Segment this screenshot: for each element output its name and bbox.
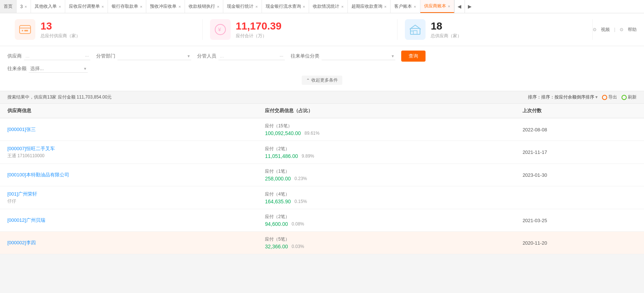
- supplier-link[interactable]: [000001]张三: [7, 127, 36, 132]
- supplier-link[interactable]: [001]广州荣轩: [7, 191, 37, 197]
- nav-tab-bank-deposit[interactable]: 银行存取款单 ×: [108, 0, 146, 13]
- last-payment-cell: [515, 186, 644, 209]
- nav-next-arrow[interactable]: ▶: [465, 0, 475, 13]
- transaction-info-cell: 应付（1笔）258,000.000.23%: [258, 164, 515, 186]
- sort-dropdown-icon[interactable]: ▾: [595, 94, 598, 100]
- nav-tab-overdue-ar[interactable]: 超期应收款查询 ×: [348, 0, 391, 13]
- export-button[interactable]: 导出: [602, 94, 617, 100]
- close-icon[interactable]: ×: [102, 4, 104, 9]
- balance-input[interactable]: [30, 66, 84, 71]
- table-header: 供应商信息 应付交易信息（占比） 上次付数: [0, 104, 644, 118]
- dept-input[interactable]: [119, 53, 188, 59]
- video-link[interactable]: 视频: [601, 27, 610, 33]
- total-suppliers-info: 18 总供应商（家）: [431, 20, 462, 39]
- person-input[interactable]: [220, 53, 280, 59]
- last-payment-cell: 2021-11-17: [515, 141, 644, 164]
- nav-tab-other-income[interactable]: 其他收入单 ×: [31, 0, 65, 13]
- result-bar: 搜索结果中，供应商13家 应付金额 111,703,854.00元 排序：排序：…: [0, 91, 644, 104]
- close-icon[interactable]: ×: [303, 4, 305, 9]
- balance-dropdown[interactable]: ▾: [29, 65, 88, 73]
- supplier-info-cell: [000012]广州贝瑞: [0, 209, 258, 232]
- result-summary-text: 搜索结果中，供应商13家 应付金额 111,703,854.00元: [7, 94, 112, 100]
- transaction-percent: 89.61%: [305, 131, 320, 136]
- store-icon-svg: [408, 23, 422, 37]
- ap-amount-number: 11,170.39: [236, 20, 282, 32]
- supplier-link[interactable]: [000002]李四: [7, 240, 36, 245]
- filter-balance: 往来余额 ▾: [7, 65, 88, 73]
- ap-suppliers-info: 13 总应付供应商（家）: [41, 20, 80, 39]
- right-actions: 排序：排序：按应付余额倒序排序 ▾ 导出 刷新: [528, 94, 637, 100]
- transaction-info-cell: 应付（5笔）32,366.000.03%: [258, 232, 515, 254]
- filter-row-2: 往来余额 ▾: [7, 65, 637, 73]
- close-icon[interactable]: ×: [178, 4, 181, 9]
- nav-tab-supplier-account[interactable]: 供应商账本 ×: [420, 0, 454, 13]
- close-icon[interactable]: ×: [59, 4, 61, 9]
- supplier-label: 供应商: [7, 53, 22, 59]
- close-icon[interactable]: ×: [255, 4, 258, 9]
- help-link[interactable]: 帮助: [628, 27, 637, 33]
- close-icon[interactable]: ×: [414, 4, 416, 9]
- supplier-link[interactable]: [000012]广州贝瑞: [7, 217, 45, 223]
- ap-amount-label: 应付合计（万）: [236, 33, 282, 39]
- nav-tab-3[interactable]: 3 ×: [17, 0, 31, 13]
- svg-rect-8: [411, 30, 413, 32]
- collapse-button[interactable]: ⌃ 收起更多条件: [302, 76, 342, 85]
- total-suppliers-label: 总供应商（家）: [431, 33, 462, 39]
- nav-prev-arrow[interactable]: ◀: [454, 0, 465, 13]
- nav-tab-collection-verify[interactable]: 收款核销执行 ×: [185, 0, 223, 13]
- person-dropdown[interactable]: ···: [218, 52, 285, 60]
- divider: |: [614, 27, 615, 32]
- transaction-amount: 32,366.00: [265, 244, 288, 249]
- nav-tab-collection-stat[interactable]: 收款情况统计 ×: [309, 0, 347, 13]
- amount-icon-svg: ¥: [213, 23, 227, 37]
- nav-tab-home[interactable]: 首页: [0, 0, 17, 13]
- close-icon[interactable]: ×: [384, 4, 386, 9]
- transaction-amount: 11,051,486.00: [265, 153, 298, 159]
- category-dropdown[interactable]: ▾: [322, 52, 395, 60]
- transaction-percent: 9.89%: [302, 154, 314, 159]
- table-row: [001]广州荣轩仔仔应付（4笔）164,635.900.15%: [0, 186, 644, 209]
- refresh-icon: [622, 95, 627, 100]
- supplier-link[interactable]: [000007]恒旺二手叉车: [7, 146, 55, 151]
- dept-dropdown-icon: ▾: [188, 54, 190, 59]
- nav-tab-ar-ap-adjust[interactable]: 应收应付调整单 ×: [65, 0, 108, 13]
- nav-tab-pre-collect[interactable]: 预收冲应收单 ×: [146, 0, 185, 13]
- nav-tab-cash-bank-stat[interactable]: 现金银行统计 ×: [223, 0, 262, 13]
- close-icon[interactable]: ×: [25, 4, 27, 9]
- supplier-info-cell: [000001]张三: [0, 118, 258, 141]
- transaction-amount: 94,600.00: [265, 221, 288, 227]
- close-icon[interactable]: ×: [448, 4, 450, 8]
- last-payment-cell: 2022-08-08: [515, 118, 644, 141]
- table-row: [000012]广州贝瑞应付（2笔）94,600.000.08%2021-03-…: [0, 209, 644, 232]
- transaction-info-cell: 应付（2笔）94,600.000.08%: [258, 209, 515, 232]
- nav-tab-customer-account[interactable]: 客户账本 ×: [391, 0, 420, 13]
- query-button[interactable]: 查询: [401, 51, 426, 62]
- export-icon: [602, 95, 607, 100]
- close-icon[interactable]: ×: [341, 4, 343, 9]
- transaction-label: 应付（15笔）: [265, 123, 508, 129]
- svg-point-2: [22, 30, 23, 31]
- last-payment-cell: 2021-03-25: [515, 209, 644, 232]
- supplier-icon-svg: [18, 23, 32, 37]
- nav-tab-cash-bank-query[interactable]: 现金银行流水查询 ×: [262, 0, 309, 13]
- supplier-table: 供应商信息 应付交易信息（占比） 上次付数 [000001]张三应付（15笔）1…: [0, 104, 644, 254]
- dept-label: 分管部门: [96, 53, 115, 59]
- transaction-info-cell: 应付（15笔）100,092,540.0089.61%: [258, 118, 515, 141]
- supplier-input[interactable]: [25, 53, 85, 59]
- dept-dropdown[interactable]: ▾: [118, 52, 191, 60]
- summary-card-total-suppliers: 18 总供应商（家）: [398, 19, 593, 40]
- filter-dept: 分管部门 ▾: [96, 52, 191, 60]
- supplier-link[interactable]: [000100]本特勤油品有限公司: [7, 172, 69, 177]
- refresh-button[interactable]: 刷新: [622, 94, 637, 100]
- transaction-info-cell: 应付（4笔）164,635.900.15%: [258, 186, 515, 209]
- transaction-percent: 0.08%: [291, 221, 304, 227]
- close-icon[interactable]: ×: [140, 4, 142, 9]
- close-icon[interactable]: ×: [217, 4, 219, 9]
- ap-suppliers-number: 13: [41, 20, 80, 32]
- supplier-sub-info: 仔仔: [7, 198, 250, 204]
- category-input[interactable]: [323, 53, 392, 59]
- col-last-payment: 上次付数: [515, 104, 644, 118]
- summary-card-ap-suppliers: 13 总应付供应商（家）: [7, 19, 203, 40]
- supplier-dropdown[interactable]: ···: [24, 52, 90, 60]
- transaction-label: 应付（2笔）: [265, 146, 508, 152]
